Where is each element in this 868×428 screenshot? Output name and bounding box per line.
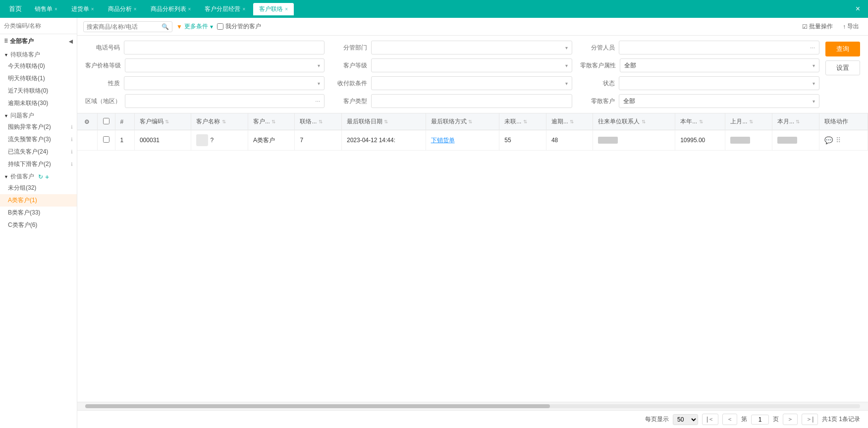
refresh-icon[interactable]: ↻ [38,173,43,180]
th-type[interactable]: 客户... ⇅ [248,113,295,130]
first-page-btn[interactable]: |＜ [702,414,718,425]
sidebar-item-unclassified[interactable]: 未分组(32) [0,182,77,194]
page-input[interactable] [751,415,769,425]
sort-icon-name: ⇅ [222,119,226,124]
pending-contact-group[interactable]: ▼ 待联络客户 [0,49,77,60]
th-contact[interactable]: 联络... ⇅ [295,113,342,130]
last-contact-method-link[interactable]: 下销货单 [431,137,455,144]
next-page-btn[interactable]: ＞ [783,414,798,425]
nature-select[interactable]: ▾ [124,76,325,90]
sidebar-search-input[interactable] [4,22,77,29]
person-select[interactable]: ··· [619,41,819,54]
toolbar-right: ☑ 批量操作 ↑ 导出 [799,21,862,32]
close-purchase-tab[interactable]: × [91,6,94,12]
retail-customer-select[interactable]: 全部 ▾ [619,94,819,108]
sidebar-item-class-b[interactable]: B类客户(33) [0,207,77,219]
th-last-month[interactable]: 上月... ⇅ [725,113,772,130]
settings-button[interactable]: 设置 [825,60,860,75]
row-checkbox[interactable] [103,136,109,143]
sidebar-item-churned[interactable]: 已流失客户(24) ℹ [0,146,77,158]
nav-tab-analysis-list[interactable]: 商品分析列表 × [145,3,197,15]
price-level-select[interactable]: ▾ [125,58,325,72]
filter-row-3: 性质 ▾ 收付款条件 ▾ [85,76,819,90]
sidebar-item-today[interactable]: 今天待联络(0) [0,60,77,72]
th-this-month[interactable]: 本月... ⇅ [772,113,819,130]
toolbar-search-icon[interactable]: 🔍 [162,23,169,30]
checkbox-cell[interactable] [97,130,115,151]
th-no-contact[interactable]: 未联... ⇅ [499,113,546,130]
customer-level-select[interactable]: ▾ [371,58,572,72]
my-customers-checkbox-label[interactable]: 我分管的客户 [217,22,261,31]
sort-icon-no-contact: ⇅ [523,119,527,124]
close-customer-contact-tab[interactable]: × [285,6,288,12]
th-this-year[interactable]: 本年... ⇅ [675,113,725,130]
sidebar-item-overdue[interactable]: 逾期未联络(30) [0,97,77,109]
sidebar-item-declining[interactable]: 持续下滑客户(2) ℹ [0,158,77,170]
status-select[interactable]: ▾ [619,76,819,90]
all-customers-header[interactable]: ⠿ 全部客户 ◀ [0,34,77,49]
payment-select[interactable]: ▾ [371,76,572,90]
prev-page-btn[interactable]: ＜ [722,414,737,425]
grid-icon: ⠿ [4,38,8,45]
customer-type-input[interactable] [371,94,572,108]
chat-icon[interactable]: 💬 [824,136,833,144]
page-size-select[interactable]: 50 10 20 100 [673,414,698,425]
checkbox-column-header[interactable] [97,113,115,130]
sidebar-item-churn-warning[interactable]: 流失预警客户(3) ℹ [0,133,77,146]
last-contact-method-cell[interactable]: 下销货单 [426,130,499,151]
this-year-cell: 10995.00 [675,130,725,151]
batch-ops-btn[interactable]: ☑ 批量操作 [799,21,836,32]
sort-icon-this-month: ⇅ [796,119,800,124]
no-contact-cell: 55 [499,130,546,151]
avatar [196,134,208,146]
retail-attr-select[interactable]: 全部 ▾ [620,58,819,72]
close-customer-mgmt-tab[interactable]: × [242,6,245,12]
sidebar-item-class-c[interactable]: C类客户(6) [0,219,77,231]
th-overdue[interactable]: 逾期... ⇅ [546,113,593,130]
sidebar-item-abnormal[interactable]: 囤购异常客户(2) ℹ [0,121,77,133]
nav-tab-analysis[interactable]: 商品分析 × [102,3,143,15]
close-analysis-tab[interactable]: × [134,6,137,12]
my-customers-checkbox[interactable] [217,23,223,30]
problem-customers-group[interactable]: ▼ 问题客户 [0,109,77,121]
th-last-contact-method[interactable]: 最后联络方式 ⇅ [426,113,499,130]
sidebar-item-class-a[interactable]: A类客户(1) [0,194,77,207]
query-button[interactable]: 查询 [825,42,860,56]
th-name[interactable]: 客户名称 ⇅ [191,113,248,130]
region-select[interactable]: ··· [125,94,325,108]
close-sales-tab[interactable]: × [54,6,57,12]
filter-panel: 电话号码 分管部门 ▾ 分管人员 [77,36,868,113]
filter-price-level: 客户价格等级 ▾ [85,58,325,72]
nav-tab-customer-mgmt[interactable]: 客户分层经营 × [199,3,251,15]
nav-tab-purchase[interactable]: 进货单 × [65,3,100,15]
close-window-icon[interactable]: × [852,3,864,14]
dept-select[interactable]: ▾ [371,41,572,54]
gear-column-header[interactable]: ⚙ [77,113,97,130]
select-all-checkbox[interactable] [103,118,109,124]
th-code[interactable]: 客户编码 ⇅ [134,113,191,130]
scroll-bar-thumb[interactable] [85,404,550,408]
value-customers-group[interactable]: ▼ 价值客户 ↻ + [0,170,77,182]
th-unit-contact[interactable]: 往来单位联系人 ⇅ [593,113,675,130]
sidebar-item-7days[interactable]: 近7天待联络(0) [0,85,77,97]
phone-input[interactable] [124,41,325,54]
th-last-contact-date[interactable]: 最后联络日期 ⇅ [341,113,426,130]
close-analysis-list-tab[interactable]: × [188,6,191,12]
sidebar-item-tomorrow[interactable]: 明天待联络(1) [0,72,77,85]
qr-icon[interactable]: ⠿ [836,136,841,144]
filter-caret: ▾ [210,23,213,30]
export-btn[interactable]: ↑ 导出 [840,21,862,32]
last-month-blurred [730,137,750,144]
last-page-btn[interactable]: ＞| [802,414,818,425]
info-icon-3: ℹ [71,149,73,155]
more-filter-btn[interactable]: ▼ 更多条件 ▾ [176,22,213,31]
toolbar-search-input[interactable] [87,23,160,30]
nav-home[interactable]: 首页 [4,2,27,15]
status-caret: ▾ [813,81,815,86]
sort-icon-this-year: ⇅ [699,119,703,124]
add-icon[interactable]: + [45,173,49,181]
nav-tab-sales[interactable]: 销售单 × [29,3,63,15]
nav-tab-customer-contact[interactable]: 客户联络 × [253,3,294,15]
status-label: 状态 [580,79,615,88]
scroll-bar-track[interactable] [85,404,860,408]
